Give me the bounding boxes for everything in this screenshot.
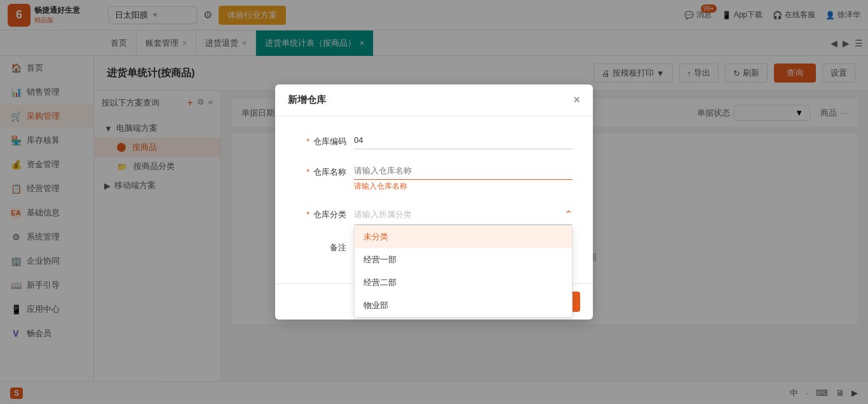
warehouse-category-row: * 仓库分类 请输入所属分类 ⌃ 未分类 经营一部 经营二部 物业部 xyxy=(295,205,573,225)
name-field-wrap: 请输入仓库名称 xyxy=(354,162,573,192)
modal-body: * 仓库编码 * 仓库名称 请输入仓库名称 * xyxy=(275,116,593,283)
category-arrow-up: ⌃ xyxy=(564,208,573,220)
warehouse-name-row: * 仓库名称 请输入仓库名称 xyxy=(295,162,573,192)
name-label: * 仓库名称 xyxy=(295,162,346,178)
category-label: * 仓库分类 xyxy=(295,205,346,220)
category-option-dept2[interactable]: 经营二部 xyxy=(355,271,572,294)
warehouse-code-input[interactable] xyxy=(354,131,573,149)
category-option-dept1[interactable]: 经营一部 xyxy=(355,248,572,271)
modal-header: 新增仓库 × xyxy=(275,84,593,116)
category-option-property[interactable]: 物业部 xyxy=(355,294,572,317)
name-error-msg: 请输入仓库名称 xyxy=(354,181,573,192)
code-label: * 仓库编码 xyxy=(295,131,346,147)
warehouse-name-input[interactable] xyxy=(354,162,573,180)
new-warehouse-modal: 新增仓库 × * 仓库编码 * 仓库名称 请输入仓库名称 xyxy=(275,84,593,320)
warehouse-code-row: * 仓库编码 xyxy=(295,131,573,149)
note-label: 备注 xyxy=(295,238,346,253)
category-dropdown-list: 未分类 经营一部 经营二部 物业部 xyxy=(354,225,573,318)
category-dropdown-wrap: 请输入所属分类 ⌃ 未分类 经营一部 经营二部 物业部 xyxy=(354,205,573,225)
modal-close-btn[interactable]: × xyxy=(573,93,580,107)
category-option-unclassified[interactable]: 未分类 xyxy=(355,226,572,248)
category-placeholder: 请输入所属分类 xyxy=(354,209,564,220)
modal-overlay: 新增仓库 × * 仓库编码 * 仓库名称 请输入仓库名称 xyxy=(0,0,868,404)
category-dropdown-trigger[interactable]: 请输入所属分类 ⌃ xyxy=(354,205,573,225)
modal-title: 新增仓库 xyxy=(288,94,326,106)
